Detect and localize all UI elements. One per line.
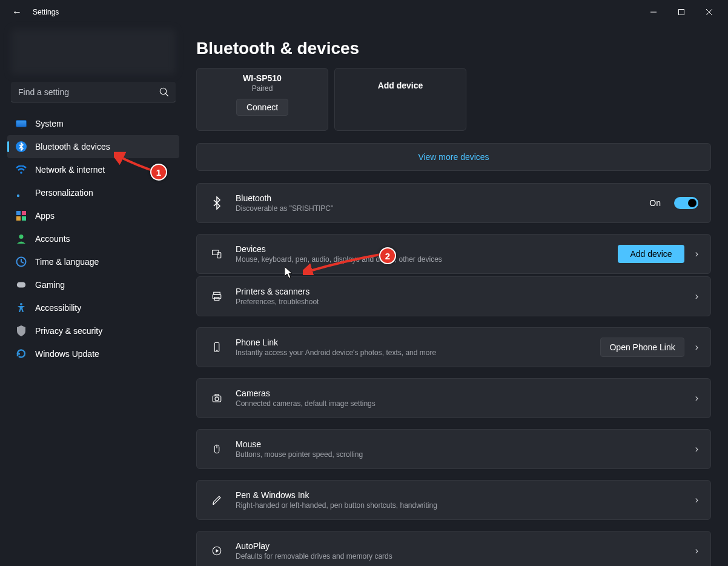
row-title: Printers & scanners [236, 287, 695, 296]
svg-point-4 [160, 88, 167, 95]
device-name: WI-SP510 [243, 73, 282, 83]
svg-point-12 [19, 235, 24, 239]
page-title: Bluetooth & devices [196, 39, 711, 58]
phone-icon [209, 342, 225, 353]
sidebar-item-personalization[interactable]: Personalization [7, 181, 179, 204]
user-profile[interactable] [11, 29, 176, 75]
connect-button[interactable]: Connect [236, 99, 288, 116]
sidebar-item-label: Windows Update [35, 349, 99, 359]
row-cameras[interactable]: Cameras Connected cameras, default image… [196, 378, 711, 418]
pen-icon [209, 494, 225, 505]
row-subtitle: Buttons, mouse pointer speed, scrolling [236, 450, 695, 459]
svg-line-5 [165, 93, 168, 96]
sidebar-item-apps[interactable]: Apps [7, 204, 179, 227]
row-pen-windows-ink[interactable]: Pen & Windows Ink Right-handed or left-h… [196, 480, 711, 520]
bluetooth-toggle[interactable] [674, 197, 698, 209]
sidebar-item-label: Gaming [35, 280, 65, 290]
chevron-right-icon: › [695, 393, 698, 404]
svg-rect-1 [679, 10, 684, 15]
chevron-right-icon: › [695, 248, 698, 259]
svg-rect-10 [16, 216, 21, 221]
update-icon [16, 348, 27, 359]
row-mouse[interactable]: Mouse Buttons, mouse pointer speed, scro… [196, 429, 711, 469]
titlebar: ← Settings [0, 0, 728, 24]
sidebar-item-label: System [35, 119, 64, 128]
row-subtitle: Discoverable as "SRISHTIPC" [236, 204, 649, 213]
sidebar: System Bluetooth & devices Network & int… [0, 24, 182, 566]
row-subtitle: Preferences, troubleshoot [236, 298, 695, 306]
chevron-right-icon: › [695, 494, 698, 505]
svg-point-7 [17, 195, 19, 197]
svg-rect-17 [217, 253, 221, 258]
minimize-button[interactable] [640, 2, 667, 22]
sidebar-item-windows-update[interactable]: Windows Update [7, 342, 179, 365]
row-autoplay[interactable]: AutoPlay Defaults for removable drives a… [196, 531, 711, 566]
sidebar-item-label: Accounts [35, 234, 70, 244]
gamepad-icon [16, 279, 27, 290]
wifi-icon [16, 164, 27, 175]
sidebar-item-label: Bluetooth & devices [35, 142, 110, 151]
row-devices[interactable]: Devices Mouse, keyboard, pen, audio, dis… [196, 234, 711, 274]
row-phone-link[interactable]: Phone Link Instantly access your Android… [196, 327, 711, 367]
clock-globe-icon [16, 256, 27, 267]
main-content: Bluetooth & devices WI-SP510 Paired Conn… [182, 24, 728, 566]
row-title: Cameras [236, 388, 695, 398]
add-device-button[interactable]: Add device [618, 245, 684, 263]
bluetooth-icon [209, 196, 225, 210]
sidebar-item-label: Accessibility [35, 303, 81, 313]
mouse-cursor [285, 267, 293, 279]
chevron-right-icon: › [695, 342, 698, 353]
close-button[interactable] [695, 2, 723, 22]
svg-rect-11 [22, 216, 26, 221]
sidebar-item-label: Network & internet [35, 165, 105, 175]
toggle-label: On [649, 198, 661, 208]
device-status: Paired [252, 84, 273, 93]
paintbrush-icon [16, 187, 27, 198]
chevron-right-icon: › [695, 444, 698, 454]
row-subtitle: Defaults for removable drives and memory… [236, 552, 695, 561]
monitor-icon [16, 118, 27, 129]
row-title: Mouse [236, 439, 695, 449]
svg-point-6 [20, 171, 22, 174]
sidebar-item-accounts[interactable]: Accounts [7, 227, 179, 250]
sidebar-item-accessibility[interactable]: Accessibility [7, 296, 179, 319]
bluetooth-toggle-row[interactable]: Bluetooth Discoverable as "SRISHTIPC" On [196, 183, 711, 223]
svg-rect-25 [215, 395, 219, 396]
row-printers-scanners[interactable]: Printers & scanners Preferences, trouble… [196, 276, 711, 316]
apps-icon [16, 210, 27, 221]
svg-point-24 [215, 397, 219, 401]
camera-icon [209, 393, 225, 404]
svg-rect-19 [213, 295, 221, 299]
search-input[interactable] [11, 82, 176, 102]
view-more-devices-link[interactable]: View more devices [196, 143, 711, 171]
back-button[interactable]: ← [10, 7, 24, 18]
svg-rect-14 [17, 282, 25, 288]
add-device-card[interactable]: Add device [334, 68, 466, 131]
printer-icon [209, 291, 225, 302]
sidebar-item-gaming[interactable]: Gaming [7, 273, 179, 296]
annotation-marker-2: 2 [379, 247, 396, 264]
row-title: Bluetooth [236, 193, 649, 203]
svg-point-15 [20, 303, 22, 305]
chevron-right-icon: › [695, 291, 698, 302]
paired-device-card[interactable]: WI-SP510 Paired Connect [196, 68, 328, 131]
sidebar-item-label: Personalization [35, 188, 93, 198]
svg-rect-8 [16, 211, 21, 215]
svg-rect-9 [22, 211, 26, 215]
open-phone-link-button[interactable]: Open Phone Link [600, 338, 684, 357]
person-icon [16, 233, 27, 244]
row-title: AutoPlay [236, 541, 695, 551]
sidebar-item-label: Privacy & security [35, 326, 102, 336]
chevron-right-icon: › [695, 545, 698, 556]
row-title: Pen & Windows Ink [236, 490, 695, 500]
annotation-arrow-2 [303, 251, 384, 275]
sidebar-item-time-language[interactable]: Time & language [7, 250, 179, 273]
sidebar-item-label: Time & language [35, 257, 99, 267]
sidebar-item-privacy-security[interactable]: Privacy & security [7, 319, 179, 342]
row-subtitle: Mouse, keyboard, pen, audio, displays an… [236, 255, 618, 264]
autoplay-icon [209, 545, 225, 556]
sidebar-item-system[interactable]: System [7, 112, 179, 135]
maximize-button[interactable] [667, 2, 695, 22]
bluetooth-icon [16, 141, 27, 152]
row-subtitle: Connected cameras, default image setting… [236, 399, 695, 408]
